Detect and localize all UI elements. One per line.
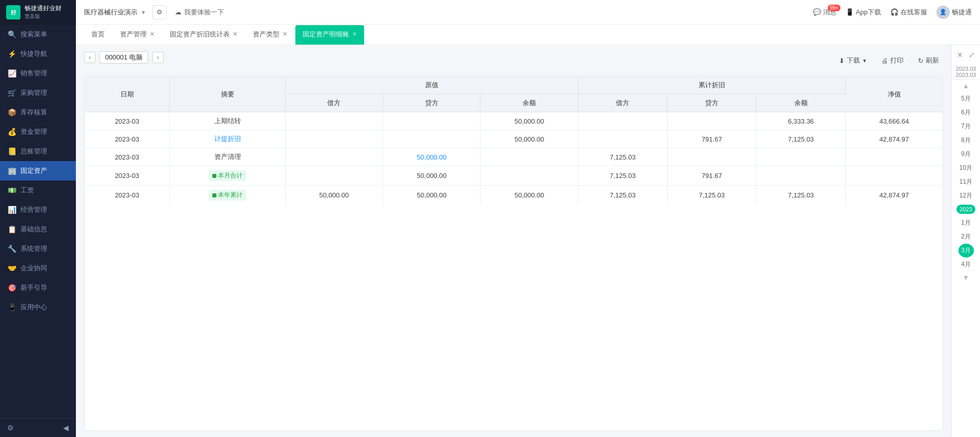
service-button[interactable]: 🎧 在线客服 (890, 8, 927, 17)
cell-orig-debit (285, 130, 383, 148)
cell-orig-balance (481, 166, 578, 186)
sidebar-item-label: 采购管理 (21, 88, 47, 97)
settings-button[interactable]: ⚙ (152, 5, 167, 19)
fixed-assets-icon: 🏢 (7, 167, 16, 175)
sidebar-item-payroll[interactable]: 💵 工资 (0, 181, 76, 200)
close-icon[interactable]: ✕ (233, 31, 237, 37)
next-asset-button[interactable]: › (152, 52, 164, 63)
sidebar-item-sales[interactable]: 📈 销售管理 (0, 64, 76, 83)
th-orig-credit: 贷方 (383, 94, 481, 112)
month-6[interactable]: 6月 (952, 106, 980, 120)
message-icon: 💬 (813, 8, 821, 16)
sidebar-item-cooperation[interactable]: 🤝 企业协同 (0, 259, 76, 278)
experience-button[interactable]: ☁ 我要体验一下 (175, 8, 224, 17)
tab-asset-detail[interactable]: 固定资产明细账 ✕ (295, 25, 364, 45)
cell-acc-balance: 6,333.36 (756, 112, 846, 130)
cell-acc-debit: 7,125.03 (578, 148, 667, 166)
month-12[interactable]: 12月 (952, 189, 980, 203)
sidebar-item-capital[interactable]: 💰 资金管理 (0, 122, 76, 142)
user-label: 畅捷通 (952, 8, 972, 17)
panel-close-icon[interactable]: ✕ (955, 49, 965, 61)
cell-orig-debit (285, 166, 383, 186)
month-8[interactable]: 8月 (952, 133, 980, 147)
sidebar-item-basic-info[interactable]: 📋 基础信息 (0, 220, 76, 239)
yearly-total-badge: 本年累计 (209, 190, 246, 201)
sidebar-item-label: 新手引导 (21, 283, 47, 292)
close-icon[interactable]: ✕ (283, 31, 287, 37)
th-date: 日期 (85, 76, 170, 112)
sidebar-item-search[interactable]: 🔍 搜索菜单 (0, 25, 76, 44)
topbar-right: 💬 消息 99+ 📱 App下载 🎧 在线客服 👤 畅捷通 (813, 6, 972, 19)
cooperation-icon: 🤝 (7, 264, 16, 272)
sidebar-item-fixed-assets[interactable]: 🏢 固定资产 (0, 161, 76, 181)
company-name: 医疗器械行业演示 (84, 8, 137, 17)
cell-summary[interactable]: 计提折旧 (170, 130, 285, 148)
prev-asset-button[interactable]: ‹ (84, 52, 95, 63)
collapse-icon[interactable]: ◀ (63, 424, 69, 432)
sidebar-item-label: 库存核算 (21, 108, 47, 117)
refresh-button[interactable]: ↻ 刷新 (914, 54, 943, 67)
sidebar-item-operations[interactable]: 📊 经营管理 (0, 200, 76, 220)
print-button[interactable]: 🖨 打印 (877, 54, 908, 67)
month-3-active[interactable]: 3月 (958, 244, 974, 257)
cell-orig-balance: 50,000.00 (481, 112, 578, 130)
table-row: 2023-03 上期结转 50,000.00 6,333.36 43,666.6… (85, 112, 943, 130)
cloud-icon: ☁ (175, 8, 182, 16)
asset-tag: 000001 电脑 (99, 51, 148, 64)
company-selector[interactable]: 医疗器械行业演示 ▼ (84, 8, 146, 17)
settings-footer-icon[interactable]: ⚙ (7, 424, 14, 432)
month-9[interactable]: 9月 (952, 147, 980, 161)
panel-expand-icon[interactable]: ⤢ (967, 49, 977, 61)
operations-icon: 📊 (7, 206, 16, 214)
close-icon[interactable]: ✕ (352, 31, 357, 37)
tab-asset-mgmt[interactable]: 资产管理 ✕ (113, 25, 162, 45)
sidebar-item-inventory[interactable]: 📦 库存核算 (0, 103, 76, 122)
month-11[interactable]: 11月 (952, 175, 980, 189)
sidebar-item-system[interactable]: 🔧 系统管理 (0, 239, 76, 259)
month-10[interactable]: 10月 (952, 161, 980, 175)
cell-orig-credit: 50,000.00 (383, 186, 481, 205)
cell-acc-credit (667, 148, 756, 166)
app-download-button[interactable]: 📱 App下载 (846, 8, 881, 17)
tab-home[interactable]: 首页 (84, 25, 112, 45)
sidebar-footer: ⚙ ◀ (0, 418, 76, 437)
sidebar-item-label: 系统管理 (21, 244, 47, 253)
chevron-down-icon: ▼ (862, 58, 867, 64)
month-1[interactable]: 1月 (952, 216, 980, 230)
cell-summary: 本月合计 (170, 166, 285, 186)
sidebar-header: 好 畅捷通好业财 普及版 (0, 0, 76, 25)
cell-orig-debit (285, 148, 383, 166)
guide-icon: 🎯 (7, 284, 16, 292)
asset-detail-table: 日期 摘要 原值 累计折旧 净值 借方 贷方 余额 借方 贷方 余额 (85, 76, 943, 205)
tab-asset-type[interactable]: 资产类型 ✕ (246, 25, 294, 45)
up-arrow-button[interactable]: ▲ (963, 80, 970, 92)
asset-nav: ‹ 000001 电脑 › (84, 51, 164, 64)
cell-acc-balance: 7,125.03 (756, 130, 846, 148)
sidebar-search-label: 搜索菜单 (21, 30, 47, 39)
user-button[interactable]: 👤 畅捷通 (936, 6, 972, 19)
download-button[interactable]: ⬇ 下载 ▼ (835, 54, 871, 67)
sidebar-item-guide[interactable]: 🎯 新手引导 (0, 278, 76, 297)
download-icon: ⬇ (839, 57, 845, 65)
sidebar-item-app-center[interactable]: 📱 应用中心 (0, 297, 76, 317)
month-2[interactable]: 2月 (952, 230, 980, 244)
cell-orig-balance: 50,000.00 (481, 130, 578, 148)
capital-icon: 💰 (7, 128, 16, 136)
sidebar-item-purchase[interactable]: 🛒 采购管理 (0, 83, 76, 103)
month-5[interactable]: 5月 (952, 92, 980, 106)
close-icon[interactable]: ✕ (150, 31, 154, 37)
month-4[interactable]: 4月 (952, 257, 980, 271)
sidebar-item-label: 基础信息 (21, 225, 47, 234)
cell-net-value: 42,874.97 (846, 130, 943, 148)
cell-orig-credit (383, 130, 481, 148)
right-panel: ✕ ⤢ 2023.03 2023.03 ▲ 5月 6月 7月 8月 9月 10月… (951, 45, 980, 437)
down-arrow-button[interactable]: ▼ (963, 271, 970, 284)
refresh-icon: ↻ (918, 57, 924, 65)
message-button[interactable]: 💬 消息 99+ (813, 8, 836, 17)
sidebar-item-ledger[interactable]: 📒 总账管理 (0, 142, 76, 161)
sidebar-item-quick-nav[interactable]: ⚡ 快捷导航 (0, 44, 76, 64)
right-panel-header: ✕ ⤢ (952, 47, 980, 63)
tab-depreciation-stat[interactable]: 固定资产折旧统计表 ✕ (163, 25, 245, 45)
year-badge-2023[interactable]: 2023 (956, 205, 975, 214)
month-7[interactable]: 7月 (952, 120, 980, 133)
